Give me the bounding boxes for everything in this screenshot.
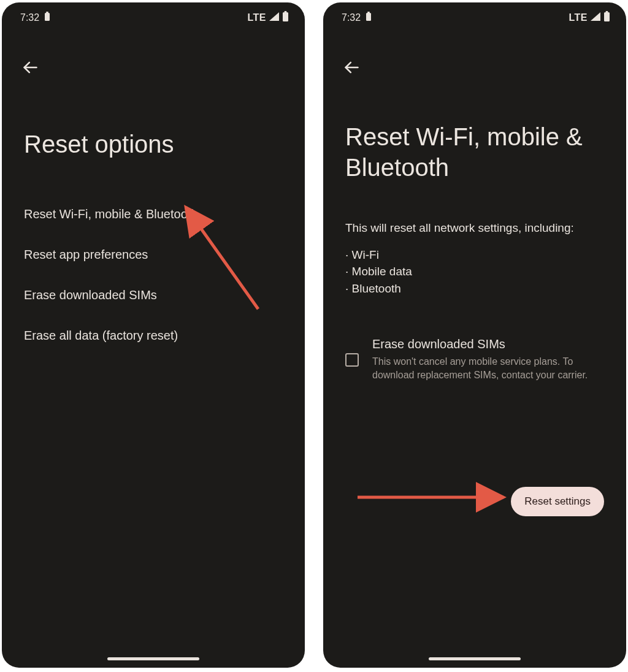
- bullet-item: · Mobile data: [345, 263, 604, 280]
- option-reset-app-preferences[interactable]: Reset app preferences: [2, 234, 305, 275]
- page-title: Reset options: [2, 81, 305, 172]
- back-button[interactable]: [17, 54, 44, 81]
- checkbox-icon[interactable]: [345, 353, 359, 367]
- back-button[interactable]: [338, 54, 365, 81]
- status-time: 7:32: [342, 12, 361, 23]
- svg-rect-0: [45, 13, 50, 21]
- option-reset-wifi-mobile-bt[interactable]: Reset Wi-Fi, mobile & Bluetooth: [2, 194, 305, 234]
- signal-icon: [269, 12, 280, 24]
- erase-sims-checkbox-row[interactable]: Erase downloaded SIMs This won't cancel …: [323, 297, 626, 381]
- annotation-arrow-icon: [355, 488, 515, 509]
- checkbox-subtext: This won't cancel any mobile service pla…: [372, 355, 604, 381]
- phone-screen-reset-options: 7:32 LTE Reset options Reset Wi-Fi, mobi…: [2, 2, 305, 668]
- bullet-item: · Wi-Fi: [345, 246, 604, 264]
- status-time: 7:32: [20, 12, 39, 23]
- page-title: Reset Wi-Fi, mobile & Bluetooth: [323, 81, 626, 195]
- description-text: This will reset all network settings, in…: [323, 195, 626, 240]
- option-erase-downloaded-sims[interactable]: Erase downloaded SIMs: [2, 275, 305, 315]
- svg-rect-7: [367, 12, 370, 13]
- network-type: LTE: [569, 12, 588, 23]
- svg-rect-6: [366, 13, 371, 21]
- svg-rect-1: [46, 12, 48, 13]
- bullet-item: · Bluetooth: [345, 280, 604, 297]
- battery-small-icon: [44, 12, 50, 24]
- battery-small-icon: [366, 12, 372, 24]
- bullet-list: · Wi-Fi · Mobile data · Bluetooth: [323, 240, 626, 297]
- option-erase-all-data[interactable]: Erase all data (factory reset): [2, 315, 305, 356]
- checkbox-label: Erase downloaded SIMs: [372, 336, 604, 353]
- signal-icon: [590, 12, 601, 24]
- status-bar: 7:32 LTE: [323, 2, 626, 25]
- status-bar: 7:32 LTE: [2, 2, 305, 25]
- phone-screen-reset-network: 7:32 LTE Reset Wi-Fi, mobile & Bluetooth…: [323, 2, 626, 668]
- battery-icon: [603, 11, 610, 25]
- svg-rect-8: [604, 12, 610, 21]
- nav-bar-handle[interactable]: [107, 657, 199, 660]
- nav-bar-handle[interactable]: [429, 657, 521, 660]
- reset-options-list: Reset Wi-Fi, mobile & Bluetooth Reset ap…: [2, 172, 305, 356]
- svg-rect-3: [285, 11, 287, 12]
- svg-rect-2: [283, 12, 288, 21]
- svg-rect-9: [606, 11, 608, 12]
- network-type: LTE: [247, 12, 266, 23]
- battery-icon: [282, 11, 289, 25]
- reset-settings-button[interactable]: Reset settings: [511, 487, 604, 516]
